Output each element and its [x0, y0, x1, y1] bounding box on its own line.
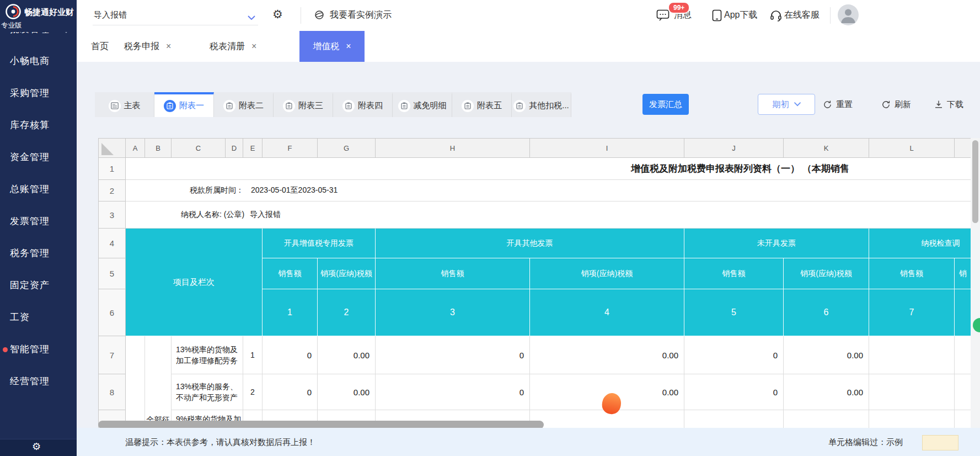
sidebar-item-9[interactable]: 工资: [0, 301, 77, 333]
cell-line-8[interactable]: 2: [243, 374, 263, 410]
header-group-3[interactable]: 未开具发票: [684, 229, 869, 258]
taxpayer-row[interactable]: 纳税人名称: (公章)导入报错: [126, 202, 971, 229]
header-sub-6[interactable]: 销售额: [263, 258, 318, 289]
reset-button[interactable]: 重置: [823, 94, 853, 115]
period-select[interactable]: 期初: [758, 94, 815, 115]
cell-value-7-4[interactable]: 0: [684, 336, 784, 374]
gear-icon[interactable]: ⚙: [272, 8, 283, 21]
header-colnum-9[interactable]: 4: [530, 289, 684, 336]
demo-link[interactable]: 我要看实例演示: [330, 0, 392, 30]
cell-9-11[interactable]: [784, 410, 869, 430]
header-sub-10[interactable]: 销售额: [684, 258, 784, 289]
col-header-8[interactable]: H: [376, 139, 530, 158]
header-colnum-6[interactable]: 1: [263, 289, 318, 336]
cell-M7[interactable]: [955, 336, 971, 374]
col-header-3[interactable]: C: [172, 139, 226, 158]
sidebar-item-3[interactable]: 库存核算: [0, 109, 77, 141]
subtab-3[interactable]: 附表三: [274, 92, 333, 117]
sidebar-item-7[interactable]: 税务管理: [0, 237, 77, 269]
sidebar-item-11[interactable]: 经营管理: [0, 365, 77, 397]
header-sub-9[interactable]: 销项(应纳)税额: [530, 258, 684, 289]
refresh-button[interactable]: 刷新: [881, 94, 911, 115]
sidebar-item-8[interactable]: 固定资产: [0, 269, 77, 301]
sidebar-item-5[interactable]: 总账管理: [0, 173, 77, 205]
online-support-link[interactable]: 在线客服: [784, 0, 820, 30]
cell-value-8-4[interactable]: 0: [684, 374, 784, 410]
col-header-11[interactable]: K: [784, 139, 869, 158]
row-header-1[interactable]: 1: [99, 158, 126, 180]
cell-value-8-1[interactable]: 0.00: [318, 374, 376, 410]
cell-value-7-5[interactable]: 0.00: [784, 336, 869, 374]
chevron-down-icon[interactable]: [248, 13, 255, 23]
cell-item-8[interactable]: 13%税率的服务、不动产和无形资产: [172, 374, 243, 410]
vertical-scrollbar-thumb[interactable]: [972, 140, 978, 223]
subtab-4[interactable]: 附表四: [333, 92, 393, 117]
subtab-6[interactable]: 附表五: [452, 92, 512, 117]
cell-value-8-2[interactable]: 0: [376, 374, 530, 410]
vertical-scrollbar-track[interactable]: [971, 138, 980, 429]
sidebar-settings-strip[interactable]: ⚙: [0, 439, 77, 456]
sidebar-item-4[interactable]: 资金管理: [0, 141, 77, 173]
header-colnum-7[interactable]: 2: [318, 289, 376, 336]
cell-9-12[interactable]: [869, 410, 955, 430]
cell-L8[interactable]: [869, 374, 955, 410]
cell-item-7[interactable]: 13%税率的货物及加工修理修配劳务: [172, 336, 243, 374]
tab-3[interactable]: 增值税×: [299, 31, 365, 62]
subtab-7[interactable]: 其他扣税...: [512, 92, 571, 117]
col-header-6[interactable]: F: [263, 139, 318, 158]
cell-value-8-0[interactable]: 0: [263, 374, 318, 410]
close-icon[interactable]: ×: [346, 41, 351, 51]
period-row[interactable]: 税款所属时间：2023-05-01至2023-05-31: [126, 180, 971, 202]
header-colnum-13[interactable]: [955, 289, 971, 336]
cell-value-8-5[interactable]: 0.00: [784, 374, 869, 410]
col-header-1[interactable]: A: [126, 139, 145, 158]
subtab-5[interactable]: 减免明细: [393, 92, 452, 117]
close-icon[interactable]: ×: [166, 41, 171, 51]
cell-line-7[interactable]: 1: [243, 336, 263, 374]
sidebar-item-1[interactable]: 小畅电商: [0, 45, 77, 77]
header-colnum-11[interactable]: 6: [784, 289, 869, 336]
cell-group-B7[interactable]: 全部征: [145, 336, 172, 430]
avatar[interactable]: [838, 4, 859, 25]
download-button[interactable]: 下载: [934, 94, 963, 115]
subtab-2[interactable]: 附表二: [214, 92, 274, 117]
header-colnum-12[interactable]: 7: [869, 289, 955, 336]
tab-1[interactable]: 税务申报×: [124, 31, 171, 62]
header-colnum-8[interactable]: 3: [376, 289, 530, 336]
tab-0[interactable]: 首页: [91, 31, 109, 62]
row-header-7[interactable]: 7: [99, 336, 126, 374]
col-header-4[interactable]: D: [226, 139, 243, 158]
row-header-2[interactable]: 2: [99, 180, 126, 202]
col-header-7[interactable]: G: [318, 139, 376, 158]
cell-9-10[interactable]: [684, 410, 784, 430]
cell-A7[interactable]: [126, 336, 145, 430]
sidebar-item-2[interactable]: 采购管理: [0, 77, 77, 109]
cell-value-7-0[interactable]: 0: [263, 336, 318, 374]
cell-L7[interactable]: [869, 336, 955, 374]
col-header-10[interactable]: J: [684, 139, 784, 158]
row-header-5[interactable]: 5: [99, 258, 126, 289]
close-icon[interactable]: ×: [251, 41, 256, 51]
cell-value-7-3[interactable]: 0.00: [530, 336, 684, 374]
col-header-2[interactable]: B: [145, 139, 172, 158]
col-header-9[interactable]: I: [530, 139, 684, 158]
cell-value-7-1[interactable]: 0.00: [318, 336, 376, 374]
headset-icon[interactable]: [770, 9, 782, 24]
header-sub-8[interactable]: 销售额: [376, 258, 530, 289]
row-header-8[interactable]: 8: [99, 374, 126, 410]
subtab-1[interactable]: 附表一: [154, 92, 214, 117]
sidebar-item-10[interactable]: 智能管理: [0, 333, 77, 365]
col-header-5[interactable]: E: [243, 139, 263, 158]
tab-2[interactable]: 税表清册×: [210, 31, 256, 62]
header-sub-13[interactable]: 销: [955, 258, 971, 289]
header-sub-7[interactable]: 销项(应纳)税额: [318, 258, 376, 289]
app-download-link[interactable]: App下载: [724, 0, 757, 30]
row-header-6[interactable]: 6: [99, 289, 126, 336]
header-colnum-10[interactable]: 5: [684, 289, 784, 336]
header-item-col[interactable]: 项目及栏次: [126, 229, 263, 336]
sidebar-item-6[interactable]: 发票管理: [0, 205, 77, 237]
header-group-2[interactable]: 开具其他发票: [376, 229, 684, 258]
gear-icon[interactable]: ⚙: [32, 441, 41, 453]
col-header-12[interactable]: L: [869, 139, 955, 158]
row-header-3[interactable]: 3: [99, 202, 126, 229]
